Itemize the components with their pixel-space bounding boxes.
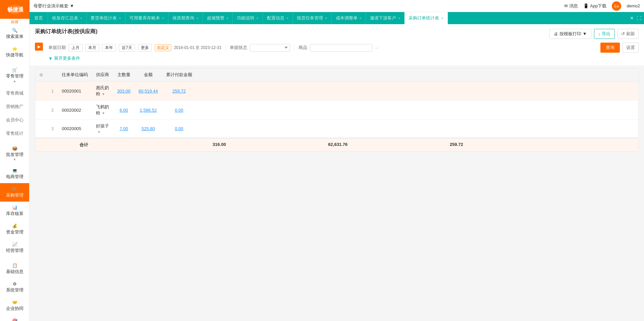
row-qty-cell[interactable]: 303.00 <box>113 82 135 101</box>
refresh-button[interactable]: ↺ 刷新 <box>618 29 639 39</box>
tab-invite-downstream-close-icon[interactable]: × <box>398 16 400 20</box>
date-last-month-button[interactable]: 上月 <box>68 44 83 52</box>
tab-overstock-warning[interactable]: 超储预警 × <box>203 12 233 24</box>
sidebar-item-retail-stats[interactable]: 零售统计 <box>0 126 29 140</box>
row-amount-cell[interactable]: 60,519.44 <box>135 82 162 101</box>
sidebar-item-retail-label: 零售管理 <box>6 73 23 79</box>
settings-button[interactable]: 设置 <box>623 43 639 53</box>
tab-overstock-warning-close-icon[interactable]: × <box>226 16 228 20</box>
tab-function-desc-close-icon[interactable]: × <box>256 16 258 20</box>
col-settings-header[interactable]: ⚙ <box>35 68 47 82</box>
tab-demand-stats[interactable]: 要货单统计表 × <box>87 12 125 24</box>
tab-overstock-warning-label: 超储预警 <box>207 15 224 21</box>
tab-function-desc[interactable]: 功能说明 × <box>233 12 263 24</box>
tab-close-all-icon[interactable]: ✕ <box>630 15 634 21</box>
message-button[interactable]: ✉ 消息 <box>564 3 578 9</box>
sidebar-item-wholesale[interactable]: 📦 批发管理 ▼ <box>0 143 29 165</box>
row-amount-cell[interactable]: 1,586.52 <box>135 101 162 120</box>
row-check-cell <box>35 82 47 101</box>
sidebar-item-finance[interactable]: 💰 资金管理 <box>0 220 29 238</box>
goods-more-icon[interactable]: ··· <box>375 45 379 50</box>
sidebar-item-retail-mall[interactable]: 零售商城 <box>0 86 29 100</box>
date-range-separator: 至 <box>196 45 201 50</box>
export-icon: ↓ <box>598 31 601 36</box>
tab-function-desc-label: 功能说明 <box>237 15 254 21</box>
tab-pick-task-label: 拣货任务管理 <box>297 15 323 21</box>
date-this-year-button[interactable]: 本年 <box>102 44 116 52</box>
tab-available-stock-close-icon[interactable]: × <box>162 16 164 20</box>
sidebar-item-inventory[interactable]: 📊 库存核算 <box>0 202 29 220</box>
date-custom-tag: 自定义 <box>155 44 171 51</box>
tab-purchase-stats[interactable]: 采购订单统计表 × <box>405 12 447 24</box>
print-button[interactable]: 🖨 按模板打印 ▼ <box>549 29 591 39</box>
row-paid-cell[interactable]: 0.00 <box>162 101 196 120</box>
basic-icon: 📋 <box>12 263 17 268</box>
tab-cost-adjust-close-icon[interactable]: × <box>360 16 362 20</box>
row-qty-cell[interactable]: 7.00 <box>113 120 135 138</box>
account-selector[interactable]: 母婴行业演示账套 ▼ <box>34 3 74 9</box>
tab-config-info[interactable]: 配置信息 × <box>263 12 293 24</box>
app-download-button[interactable]: 📱 App下载 <box>583 3 606 9</box>
filter-toggle-button[interactable]: ▶ <box>35 43 43 51</box>
sidebar-item-search-label: 搜索菜单 <box>6 34 23 40</box>
username[interactable]: demo2 <box>627 3 640 8</box>
sidebar-item-operations[interactable]: 📈 经营管理 <box>0 238 29 257</box>
sidebar-item-member[interactable]: 会员中心 <box>0 113 29 126</box>
ecommerce-icon: 💻 <box>12 168 17 173</box>
avatar[interactable]: Ea <box>612 1 621 11</box>
sidebar-item-marketing[interactable]: 营销推广 <box>0 100 29 113</box>
sidebar-item-search[interactable]: 🔍 搜索菜单 <box>0 24 29 43</box>
tab-home[interactable]: 首页 <box>30 12 48 24</box>
account-name: 母婴行业演示账套 <box>34 3 68 9</box>
date-7days-button[interactable]: 近7天 <box>119 44 135 52</box>
col-amount-header: 金额 <box>135 68 162 82</box>
sidebar-item-enterprise[interactable]: 🤝 企业协同 <box>0 297 29 315</box>
settings-gear-icon: ⚙ <box>39 72 43 77</box>
row-paid-cell[interactable]: 259.72 <box>162 82 196 101</box>
tab-collect-dispatch[interactable]: 收发存汇总表 × <box>48 12 87 24</box>
sidebar-item-newbie[interactable]: 🎯 新手引导 <box>0 315 29 321</box>
tab-cost-adjust[interactable]: 成本调整单 × <box>332 12 366 24</box>
sidebar-item-retail[interactable]: 🛒 零售管理 ▲ <box>0 64 29 86</box>
app-logo[interactable]: 畅捷通 <box>0 0 30 19</box>
sidebar-item-quicknav-label: 快捷导航 <box>6 52 23 58</box>
status-select[interactable] <box>250 44 290 52</box>
tab-maximize-icon[interactable]: ⛶ <box>637 15 641 21</box>
tab-shelf-life[interactable]: 保质期查询 × <box>168 12 203 24</box>
tab-available-stock[interactable]: 可用量库存账本 × <box>125 12 168 24</box>
date-more-button[interactable]: 更多 <box>138 44 152 52</box>
tab-pick-task[interactable]: 拣货任务管理 × <box>293 12 331 24</box>
export-button[interactable]: ↓ 导出 <box>594 29 615 39</box>
expand-conditions-button[interactable]: ▼ 展开更多条件 <box>48 55 80 61</box>
row-amount-cell[interactable]: 525.80 <box>135 120 162 138</box>
date-range-display: 2016-01-01 至 2023-12-31 <box>174 45 221 51</box>
tab-demand-stats-close-icon[interactable]: × <box>119 16 121 20</box>
sidebar-item-system[interactable]: ⚙ 系统管理 <box>0 278 29 297</box>
sidebar-item-purchase[interactable]: 🛒 采购管理 <box>0 183 29 202</box>
sidebar-item-wholesale-label: 批发管理 <box>6 152 23 158</box>
sidebar-item-ecommerce[interactable]: 💻 电商管理 <box>0 165 29 183</box>
sidebar-item-enterprise-label: 企业协同 <box>6 306 23 312</box>
status-select-wrap <box>250 44 290 52</box>
goods-input[interactable] <box>310 44 372 52</box>
data-table: ⚙ 往来单位编码 供应商 主数量 金额 累计付款金额 1 00020001 惠氏… <box>35 68 638 138</box>
tab-invite-downstream[interactable]: 邀请下游客户 × <box>366 12 405 24</box>
footer-total-label: 合计 <box>66 142 160 148</box>
row-qty-cell[interactable]: 6.00 <box>113 101 135 120</box>
sidebar-item-basic[interactable]: 📋 基础信息 <box>0 260 29 278</box>
tab-home-label: 首页 <box>34 15 43 21</box>
row-paid-cell[interactable]: 0.00 <box>162 120 196 138</box>
message-label: 消息 <box>569 3 578 9</box>
tab-collect-dispatch-close-icon[interactable]: × <box>80 16 82 20</box>
tab-shelf-life-close-icon[interactable]: × <box>196 16 198 20</box>
date-this-month-button[interactable]: 本月 <box>85 44 99 52</box>
tab-pick-task-close-icon[interactable]: × <box>325 16 327 20</box>
col-qty-header: 主数量 <box>113 68 135 82</box>
page-content: 采购订单统计表(按供应商) 🖨 按模板打印 ▼ ↓ 导出 ↺ 刷新 <box>30 24 644 321</box>
table-footer-row: 合计 316.00 62,631.76 259.72 <box>35 138 638 151</box>
tab-config-info-close-icon[interactable]: × <box>286 16 288 20</box>
newbie-icon: 🎯 <box>12 318 17 321</box>
query-button[interactable]: 查询 <box>600 43 620 53</box>
sidebar-item-quicknav[interactable]: ⭐ 快捷导航 <box>0 43 29 61</box>
tab-purchase-stats-close-icon[interactable]: × <box>441 16 443 20</box>
